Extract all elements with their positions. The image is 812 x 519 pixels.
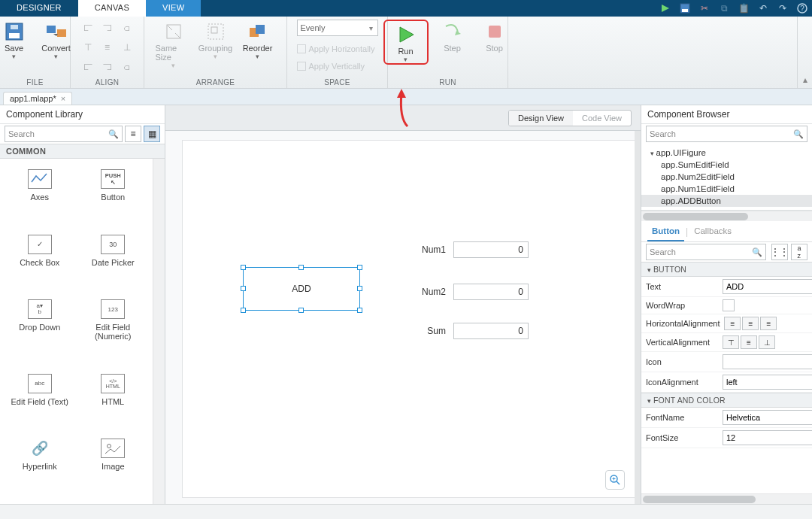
num2-label: Num2 [408, 287, 446, 297]
inspector-tab-button[interactable]: Button [647, 224, 684, 241]
svg-rect-7 [11, 25, 18, 29]
comp-datepicker[interactable]: 30Date Picker [78, 232, 149, 293]
comp-editfield-numeric[interactable]: 123Edit Field (Numeric) [78, 296, 149, 366]
component-library-title: Component Library [0, 105, 165, 124]
list-view-toggle[interactable]: ≡ [125, 126, 141, 142]
quick-access-toolbar: ✂ ⧉ 📋 ↶ ↷ ? [659, 0, 809, 17]
valign-bottom[interactable]: ⊥ [759, 335, 775, 349]
comp-checkbox[interactable]: ✓Check Box [5, 232, 75, 293]
zoom-button[interactable] [605, 470, 625, 490]
samesize-icon [163, 21, 184, 42]
space-combo[interactable]: Evenly [297, 20, 378, 36]
convert-button[interactable]: Convert [38, 20, 74, 60]
tree-node[interactable]: app.SumEditField [641, 159, 812, 171]
comp-html[interactable]: </>HTMLHTML [78, 371, 149, 432]
comp-editfield-text[interactable]: abcEdit Field (Text) [5, 371, 75, 432]
component-grid: Axes PUSH↖Button ✓Check Box 30Date Picke… [0, 159, 153, 504]
comp-button[interactable]: PUSH↖Button [78, 166, 149, 227]
comp-dropdown[interactable]: a▾bDrop Down [5, 296, 75, 366]
add-button-widget[interactable]: ADD [243, 267, 360, 311]
align-grid[interactable]: ⫍⫎⫏ ⊤≡⊥ ⫍⫎⫏ [80, 20, 135, 75]
component-library-panel: Component Library Search 🔍 ≡ ▦ COMMON Ax… [0, 105, 165, 504]
top-tabbar: DESIGNER CANVAS VIEW ✂ ⧉ 📋 ↶ ↷ ? [0, 0, 812, 17]
alphabetical-toggle[interactable]: az [791, 244, 807, 260]
prop-text-input[interactable] [723, 279, 812, 294]
help-quick-icon[interactable]: ? [795, 2, 809, 15]
reorder-button[interactable]: Reorder [240, 20, 276, 60]
inspector-tab-callbacks[interactable]: Callbacks [689, 224, 736, 241]
sum-field-row: Sum 0 [408, 323, 529, 339]
inspector-search[interactable]: Search 🔍 [646, 244, 766, 260]
prop-iconalign: IconAlignment [641, 372, 812, 393]
tree-root[interactable]: app.UIFigure [641, 147, 812, 159]
prop-text: Text [641, 277, 812, 297]
code-view-tab[interactable]: Code View [573, 111, 631, 126]
tree-node[interactable]: app.Num1EditField [641, 183, 812, 195]
comp-image[interactable]: Image [78, 436, 149, 496]
uifigure-surface[interactable]: ADD Num1 0 Num2 0 [182, 140, 636, 498]
save-icon [4, 21, 25, 42]
file-tabstrip: app1.mlapp* × [0, 89, 812, 105]
prop-icon-input[interactable] [723, 354, 812, 369]
run-button[interactable]: Run [388, 23, 424, 63]
halign-right[interactable]: ≡ [760, 317, 777, 330]
redo-quick-icon[interactable]: ↷ [776, 2, 789, 15]
library-search[interactable]: Search 🔍 [5, 126, 123, 142]
inspector-tabs: Button | Callbacks [641, 221, 812, 242]
valign-top[interactable]: ⊤ [723, 335, 739, 349]
comp-hyperlink[interactable]: 🔗Hyperlink [5, 436, 75, 496]
tab-canvas[interactable]: CANVAS [78, 0, 146, 17]
svg-point-19 [108, 445, 111, 448]
halign-left[interactable]: ≡ [724, 317, 741, 330]
prop-fontsize: FontSize [641, 428, 812, 448]
run-quick-icon[interactable] [659, 2, 672, 15]
canvas-vscroll[interactable] [635, 131, 641, 504]
inspector-hscroll[interactable] [641, 493, 812, 504]
prop-fontname-input[interactable] [723, 410, 812, 425]
run-highlight: Run [383, 20, 429, 65]
tree-node-selected[interactable]: app.ADDButton [641, 195, 812, 207]
group-label-arrange: ARRANGE [196, 78, 235, 86]
sum-field[interactable]: 0 [453, 323, 529, 339]
group-label-file: FILE [26, 78, 43, 86]
prop-fontsize-input[interactable] [723, 430, 812, 445]
copy-quick-icon[interactable]: ⧉ [717, 2, 731, 15]
valign-middle[interactable]: ≡ [741, 335, 757, 349]
bottom-scrollbar[interactable] [0, 504, 812, 519]
categorized-toggle[interactable]: ⋮⋮ [771, 244, 788, 260]
prop-halign: HorizontalAlignment ≡ ≡ ≡ [641, 314, 812, 333]
close-file-icon[interactable]: × [61, 94, 65, 103]
save-quick-icon[interactable] [678, 2, 692, 15]
prop-valign: VerticalAlignment ⊤ ≡ ⊥ [641, 333, 812, 352]
paste-quick-icon[interactable]: 📋 [737, 2, 750, 15]
category-button[interactable]: BUTTON [641, 262, 812, 277]
design-view-tab[interactable]: Design View [509, 111, 573, 126]
grid-view-toggle[interactable]: ▦ [144, 126, 160, 142]
browser-search[interactable]: Search 🔍 [646, 126, 807, 142]
tab-view[interactable]: VIEW [146, 0, 201, 17]
tree-hscroll[interactable] [641, 211, 812, 221]
num1-field[interactable]: 0 [453, 241, 529, 258]
file-tab-active[interactable]: app1.mlapp* × [3, 92, 72, 105]
cut-quick-icon[interactable]: ✂ [698, 2, 711, 15]
stop-icon [484, 21, 505, 42]
group-label-align: ALIGN [95, 78, 120, 86]
category-font[interactable]: FONT AND COLOR [641, 393, 812, 408]
step-icon [442, 21, 463, 42]
minimize-ribbon-icon[interactable]: ▴ [797, 17, 812, 88]
halign-center[interactable]: ≡ [742, 317, 759, 330]
tree-node[interactable]: app.Num2EditField [641, 171, 812, 183]
convert-icon [46, 21, 67, 42]
library-scrollbar[interactable] [153, 159, 165, 504]
comp-axes[interactable]: Axes [5, 166, 75, 227]
grouping-button: Grouping [198, 20, 234, 60]
prop-iconalign-input[interactable] [723, 375, 812, 390]
canvas-pane: Design View Code View ADD Num1 [165, 105, 641, 504]
num2-field[interactable]: 0 [453, 284, 529, 300]
tab-designer[interactable]: DESIGNER [0, 0, 78, 17]
prop-wordwrap-checkbox[interactable] [723, 299, 735, 311]
canvas-body[interactable]: ADD Num1 0 Num2 0 [165, 131, 641, 504]
undo-quick-icon[interactable]: ↶ [756, 2, 770, 15]
svg-rect-2 [682, 9, 688, 12]
save-button[interactable]: Save [0, 20, 32, 60]
